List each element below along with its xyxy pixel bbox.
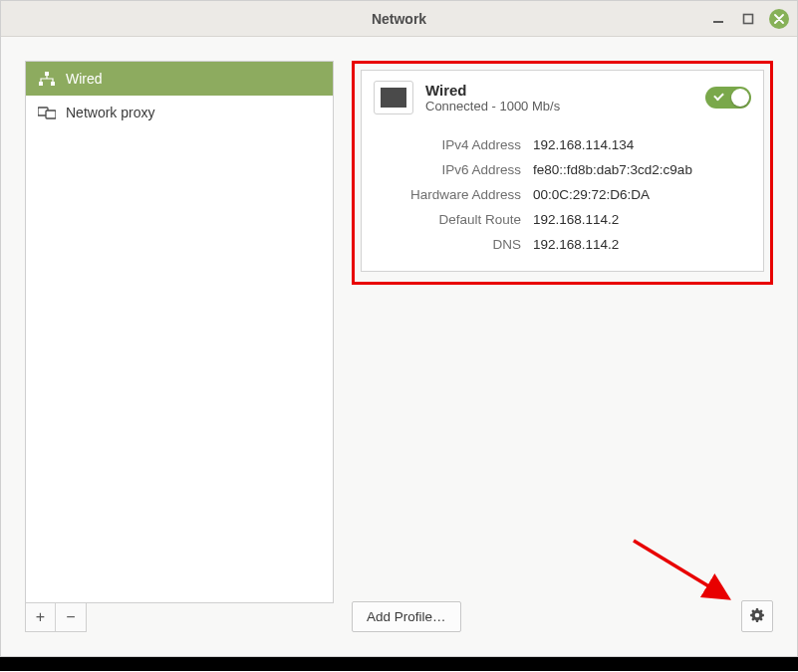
- detail-label: Default Route: [374, 212, 533, 227]
- detail-row: IPv4 Address 192.168.114.134: [374, 132, 751, 157]
- svg-rect-3: [39, 82, 43, 86]
- detail-row: DNS 192.168.114.2: [374, 232, 751, 257]
- detail-label: DNS: [374, 237, 533, 252]
- sidebar-item-label: Network proxy: [66, 105, 154, 120]
- detail-label: IPv4 Address: [374, 137, 533, 152]
- wired-connection-card: Wired Connected - 1000 Mb/s IPv4 Address…: [361, 70, 764, 272]
- svg-rect-4: [51, 82, 55, 86]
- minimize-button[interactable]: [709, 10, 727, 28]
- sidebar-item-wired[interactable]: Wired: [26, 62, 333, 96]
- annotation-highlight: Wired Connected - 1000 Mb/s IPv4 Address…: [352, 61, 773, 285]
- window-title: Network: [372, 11, 426, 27]
- settings-button[interactable]: [741, 600, 773, 632]
- svg-rect-2: [45, 72, 49, 76]
- svg-rect-0: [713, 21, 723, 23]
- connection-details: IPv4 Address 192.168.114.134 IPv6 Addres…: [362, 124, 763, 271]
- sidebar-list: Wired Network proxy: [25, 61, 334, 603]
- plus-icon: +: [36, 608, 45, 626]
- window-controls: [709, 1, 789, 37]
- detail-row: Hardware Address 00:0C:29:72:D6:DA: [374, 182, 751, 207]
- content-area: Wired Network proxy + −: [1, 37, 797, 656]
- detail-value: 192.168.114.134: [533, 137, 634, 152]
- sidebar-item-network-proxy[interactable]: Network proxy: [26, 96, 333, 129]
- titlebar: Network: [1, 1, 797, 37]
- minus-icon: −: [66, 608, 75, 626]
- remove-button[interactable]: −: [56, 603, 86, 631]
- detail-value: 00:0C:29:72:D6:DA: [533, 187, 650, 202]
- detail-label: Hardware Address: [374, 187, 533, 202]
- detail-row: IPv6 Address fe80::fd8b:dab7:3cd2:c9ab: [374, 157, 751, 182]
- detail-value: fe80::fd8b:dab7:3cd2:c9ab: [533, 162, 692, 177]
- sidebar-item-label: Wired: [66, 71, 103, 87]
- main-bottom-bar: Add Profile…: [352, 586, 773, 632]
- detail-label: IPv6 Address: [374, 162, 533, 177]
- sidebar: Wired Network proxy + −: [25, 61, 334, 632]
- connection-toggle[interactable]: [705, 87, 751, 109]
- ethernet-icon: [374, 81, 413, 114]
- main-panel: Wired Connected - 1000 Mb/s IPv4 Address…: [352, 61, 773, 632]
- connection-title: Wired: [425, 82, 693, 99]
- gear-icon: [749, 607, 765, 626]
- maximize-button[interactable]: [739, 10, 757, 28]
- detail-row: Default Route 192.168.114.2: [374, 207, 751, 232]
- wired-card-header: Wired Connected - 1000 Mb/s: [362, 71, 763, 124]
- add-profile-button[interactable]: Add Profile…: [352, 601, 461, 632]
- svg-rect-1: [744, 15, 753, 24]
- detail-value: 192.168.114.2: [533, 212, 619, 227]
- sidebar-toolbar: + −: [25, 603, 87, 632]
- network-settings-window: Network Wired: [0, 0, 798, 657]
- connection-status: Connected - 1000 Mb/s: [425, 99, 693, 113]
- detail-value: 192.168.114.2: [533, 237, 619, 252]
- add-button[interactable]: +: [26, 603, 56, 631]
- wired-icon: [38, 71, 56, 87]
- proxy-icon: [38, 105, 56, 120]
- svg-rect-6: [46, 111, 56, 118]
- close-button[interactable]: [769, 9, 789, 29]
- screenshot-bottom-border: [0, 657, 798, 671]
- wired-title-block: Wired Connected - 1000 Mb/s: [425, 82, 693, 113]
